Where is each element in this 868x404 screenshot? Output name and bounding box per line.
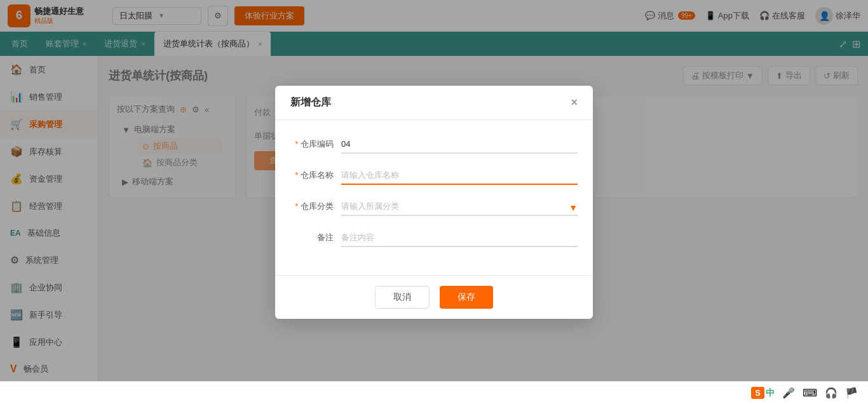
category-control: ▼ [341, 198, 578, 216]
name-required-star: * [295, 170, 298, 180]
category-required-star: * [295, 201, 298, 211]
headset-icon[interactable]: 🎧 [825, 387, 837, 399]
flag-icon[interactable]: 🏴 [845, 387, 858, 399]
note-label: 备注 [290, 232, 341, 243]
modal-title: 新增仓库 [290, 96, 331, 109]
brand-chinese: 中 [766, 387, 775, 399]
add-warehouse-modal: 新增仓库 × * 仓库编码 * 仓库名称 [275, 86, 593, 319]
modal-header: 新增仓库 × [275, 86, 593, 120]
note-input[interactable] [341, 229, 578, 247]
save-button[interactable]: 保存 [440, 286, 493, 309]
form-row-note: 备注 [290, 229, 578, 247]
microphone-icon[interactable]: 🎤 [782, 387, 795, 399]
category-select-wrapper: ▼ [341, 198, 578, 216]
cancel-button[interactable]: 取消 [375, 286, 430, 309]
modal-close-button[interactable]: × [571, 96, 578, 109]
name-label: * 仓库名称 [290, 170, 341, 181]
form-row-category: * 仓库分类 ▼ [290, 198, 578, 216]
modal-footer: 取消 保存 [275, 275, 593, 319]
status-bar: S 中 🎤 ⌨ 🎧 🏴 [0, 381, 868, 404]
status-right: S 中 🎤 ⌨ 🎧 🏴 [751, 387, 858, 399]
code-required-star: * [295, 139, 298, 149]
category-dropdown-icon[interactable]: ▼ [569, 203, 578, 213]
category-label: * 仓库分类 [290, 201, 341, 212]
name-control [341, 166, 578, 185]
code-control [341, 135, 578, 154]
note-control [341, 229, 578, 247]
name-input[interactable] [341, 166, 578, 185]
category-input[interactable] [341, 198, 578, 216]
form-row-code: * 仓库编码 [290, 135, 578, 154]
modal-body: * 仓库编码 * 仓库名称 * [275, 120, 593, 275]
code-input[interactable] [341, 135, 578, 154]
code-label: * 仓库编码 [290, 138, 341, 150]
modal-overlay: 新增仓库 × * 仓库编码 * 仓库名称 [0, 0, 868, 404]
brand-s: S [751, 387, 764, 399]
brand-logo: S 中 [751, 387, 775, 399]
form-row-name: * 仓库名称 [290, 166, 578, 185]
keyboard-icon[interactable]: ⌨ [803, 387, 817, 399]
